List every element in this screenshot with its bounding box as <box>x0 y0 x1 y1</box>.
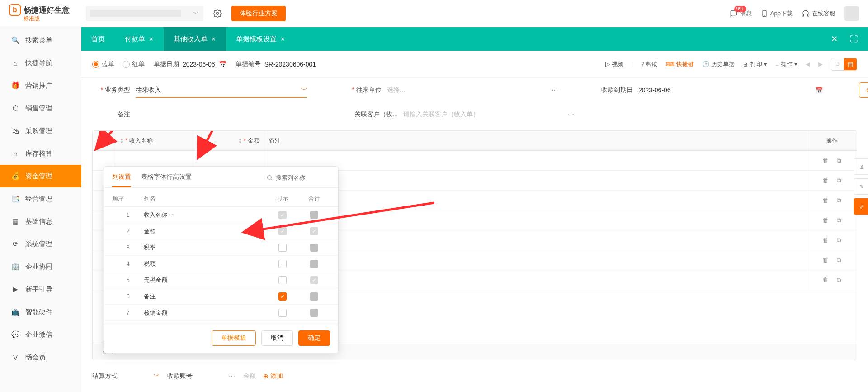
delete-icon[interactable]: 🗑 <box>821 276 829 284</box>
col-amount[interactable]: ▲▼ *金额 <box>192 131 264 150</box>
delete-icon[interactable]: 🗑 <box>821 236 829 244</box>
copy-icon[interactable]: ⧉ <box>835 216 843 225</box>
sidebar-item-base[interactable]: ▤基础信息 <box>0 210 81 233</box>
col-name: 核销金额 <box>144 309 267 317</box>
calendar-icon[interactable]: 📅 <box>816 87 823 94</box>
close-icon[interactable]: ✕ <box>211 36 216 43</box>
chevron-down-icon[interactable]: ﹀ <box>169 212 174 218</box>
checkbox[interactable] <box>278 276 287 284</box>
rel-customer-input[interactable]: 请输入关联客户（收入单） ⋯ <box>403 107 575 122</box>
stock-icon: ⌂ <box>11 149 20 158</box>
column-settings-button[interactable] <box>93 131 115 150</box>
tab-1[interactable]: 付款单✕ <box>115 27 164 51</box>
tab-3[interactable]: 单据模板设置✕ <box>226 27 295 51</box>
more-icon[interactable]: ⋯ <box>229 373 236 380</box>
checkbox[interactable]: ✓ <box>278 292 287 301</box>
copy-icon[interactable]: ⧉ <box>835 196 843 205</box>
video-link[interactable]: ▷ 视频 <box>605 60 623 68</box>
tab-close-all-button[interactable]: ✕ <box>826 31 842 47</box>
remark-input[interactable] <box>136 107 307 122</box>
operate-link[interactable]: ≡ 操作 ▾ <box>775 60 797 68</box>
page-next-icon[interactable]: ▶ <box>818 61 823 67</box>
delete-icon[interactable]: 🗑 <box>821 256 829 264</box>
radio-red[interactable]: 红单 <box>123 60 145 68</box>
rail-expand-icon[interactable]: ⤢ <box>854 198 868 215</box>
sidebar-item-search[interactable]: 🔍搜索菜单 <box>0 29 81 52</box>
tab-font-settings[interactable]: 表格字体行高设置 <box>141 173 192 187</box>
chevron-down-icon[interactable]: ﹀ <box>154 372 160 380</box>
copy-icon[interactable]: ⧉ <box>835 177 843 185</box>
messages-link[interactable]: 99+ 消息 <box>730 10 752 18</box>
checkbox[interactable] <box>278 260 287 268</box>
template-button[interactable]: 单据模板 <box>212 330 256 346</box>
column-search-input[interactable] <box>276 174 330 181</box>
radio-blue[interactable]: 蓝单 <box>92 60 114 68</box>
print-link[interactable]: 🖨 打印 ▾ <box>743 60 767 68</box>
col-order: 5 <box>112 277 144 283</box>
rail-note-icon[interactable]: 🗎 <box>854 158 868 175</box>
copy-icon[interactable]: ⧉ <box>835 256 843 264</box>
sidebar-item-purchase[interactable]: 🛍采购管理 <box>0 120 81 142</box>
col-note[interactable]: 备注 <box>264 131 807 150</box>
phone-icon <box>761 10 768 17</box>
column-search[interactable] <box>266 174 330 186</box>
more-icon[interactable]: ⋯ <box>568 111 575 118</box>
settings-gear-icon[interactable] <box>210 6 225 21</box>
copy-icon[interactable]: ⧉ <box>835 276 843 284</box>
add-settlement-button[interactable]: ⊕ 添加 <box>263 372 283 380</box>
view-card-button[interactable]: ▤ <box>844 58 857 70</box>
col-name: 金额 <box>144 227 267 235</box>
sidebar-item-hw[interactable]: 📺智能硬件 <box>0 301 81 323</box>
delete-icon[interactable]: 🗑 <box>821 196 829 205</box>
sidebar-item-wecom[interactable]: 💬企业微信 <box>0 323 81 346</box>
sidebar-item-funds[interactable]: 💰资金管理 <box>0 165 81 187</box>
sidebar-item-corp[interactable]: 🏢企业协同 <box>0 255 81 278</box>
online-service-link[interactable]: 在线客服 <box>802 10 835 18</box>
trial-button[interactable]: 体验行业方案 <box>231 6 286 21</box>
party-select[interactable]: 选择... ⋯ <box>387 82 559 98</box>
sidebar-item-guide[interactable]: ▶新手引导 <box>0 278 81 301</box>
settle-account-label: 收款账号 <box>167 372 193 380</box>
copy-icon[interactable]: ⧉ <box>835 157 843 165</box>
copy-icon[interactable]: ⧉ <box>835 236 843 244</box>
sidebar-item-vip[interactable]: V畅会员 <box>0 346 81 368</box>
delete-icon[interactable]: 🗑 <box>821 177 829 185</box>
confirm-button[interactable]: 确定 <box>298 330 330 346</box>
delete-icon[interactable]: 🗑 <box>821 216 829 225</box>
fullscreen-button[interactable]: ⛶ <box>846 31 862 47</box>
sidebar-item-quicknav[interactable]: ⌂快捷导航 <box>0 52 81 74</box>
bill-date-input[interactable]: 2023-06-06 <box>183 61 215 68</box>
sidebar-item-market[interactable]: 🎁营销推广 <box>0 74 81 97</box>
app-download-link[interactable]: App下载 <box>761 10 793 18</box>
close-icon[interactable]: ✕ <box>149 36 154 43</box>
tab-0[interactable]: 首页 <box>81 27 115 51</box>
rail-edit-icon[interactable]: ✎ <box>854 178 868 195</box>
page-settings-button[interactable]: ⚙ 设置 <box>859 82 868 98</box>
checkbox[interactable] <box>278 244 287 252</box>
column-row: 1收入名称﹀✓ <box>104 207 338 223</box>
cancel-button[interactable]: 取消 <box>261 330 293 346</box>
org-selector[interactable]: ﹀ <box>86 6 203 21</box>
close-icon[interactable]: ✕ <box>280 36 285 43</box>
tab-column-settings[interactable]: 列设置 <box>112 173 131 187</box>
history-link[interactable]: 🕑 历史单据 <box>702 60 735 68</box>
biz-type-select[interactable]: 往来收入 ﹀ <box>136 82 307 98</box>
shortcut-link[interactable]: ⌨ 快捷键 <box>666 60 694 68</box>
headset-icon <box>802 10 810 18</box>
tab-2[interactable]: 其他收入单✕ <box>164 27 226 51</box>
avatar[interactable] <box>844 6 859 21</box>
help-link[interactable]: ? 帮助 <box>641 60 658 68</box>
delete-icon[interactable]: 🗑 <box>821 157 829 165</box>
checkbox[interactable] <box>278 309 287 317</box>
sidebar-item-biz[interactable]: 📑经营管理 <box>0 187 81 210</box>
sidebar-item-stock[interactable]: ⌂库存核算 <box>0 142 81 165</box>
chevron-down-icon: ﹀ <box>301 86 307 94</box>
calendar-icon[interactable]: 📅 <box>219 61 226 68</box>
sidebar-item-system[interactable]: ⟳系统管理 <box>0 233 81 255</box>
col-income[interactable]: ▲▼ *收入名称 <box>115 131 192 150</box>
more-icon[interactable]: ⋯ <box>552 86 559 94</box>
page-prev-icon[interactable]: ◀ <box>806 61 810 67</box>
view-list-button[interactable]: ≡ <box>831 58 844 70</box>
sidebar-item-sales[interactable]: ⬡销售管理 <box>0 97 81 120</box>
pay-due-input[interactable]: 2023-06-06 <box>638 82 810 98</box>
